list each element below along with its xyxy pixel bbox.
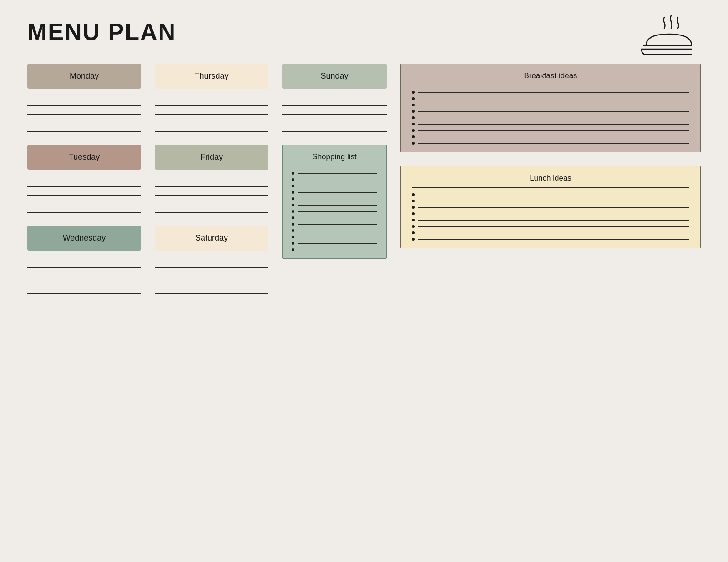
line: [27, 123, 141, 123]
bullet-dot: [292, 216, 294, 219]
wednesday-lines: [27, 259, 141, 294]
thursday-lines: [155, 97, 268, 132]
list-item: [412, 97, 689, 100]
item-line: [298, 250, 377, 250]
line: [155, 131, 268, 132]
day-column-left: Monday Tuesday Wednesday: [27, 64, 141, 306]
item-line: [298, 224, 377, 225]
bullet-dot: [292, 223, 294, 226]
line: [27, 105, 141, 106]
middle-section: Sunday Shopping list: [282, 64, 387, 259]
bullet-dot: [292, 242, 294, 245]
list-item: [412, 219, 689, 221]
bullet-dot: [412, 142, 415, 145]
item-line: [418, 99, 689, 99]
sunday-header: Sunday: [282, 64, 387, 89]
item-line: [418, 239, 689, 240]
item-line: [418, 195, 689, 195]
line: [27, 204, 141, 204]
bullet-dot: [292, 191, 294, 194]
list-item: [412, 200, 689, 202]
bullet-dot: [412, 193, 415, 196]
line: [27, 195, 141, 196]
bullet-dot: [412, 116, 415, 119]
line: [27, 114, 141, 115]
bullet-dot: [412, 212, 415, 215]
item-line: [418, 111, 689, 112]
line: [27, 293, 141, 294]
bullet-dot: [412, 91, 415, 94]
line: [155, 259, 268, 259]
bullet-dot: [292, 229, 294, 232]
bullet-dot: [292, 197, 294, 200]
list-item: [412, 110, 689, 113]
shopping-list-title: Shopping list: [292, 152, 377, 161]
line: [27, 259, 141, 259]
bullet-dot: [292, 178, 294, 181]
lunch-ideas-title: Lunch ideas: [412, 174, 689, 183]
sunday-lines: [282, 97, 387, 132]
line: [27, 276, 141, 276]
item-line: [418, 137, 689, 137]
tuesday-header: Tuesday: [27, 145, 141, 170]
bullet-dot: [292, 248, 294, 251]
bullet-dot: [292, 172, 294, 175]
breakfast-ideas-divider: [412, 85, 689, 85]
bullet-dot: [292, 185, 294, 187]
line: [155, 195, 268, 196]
item-line: [298, 237, 377, 237]
bullet-dot: [412, 123, 415, 125]
list-item: [412, 104, 689, 106]
shopping-list-divider: [292, 166, 377, 166]
item-line: [418, 233, 689, 233]
list-item: [412, 142, 689, 145]
line: [155, 204, 268, 204]
list-item: [292, 191, 377, 194]
bullet-dot: [412, 104, 415, 106]
line: [27, 186, 141, 187]
line: [27, 97, 141, 97]
lunch-ideas-list: [412, 193, 689, 241]
line: [282, 97, 387, 97]
item-line: [418, 143, 689, 144]
item-line: [298, 205, 377, 206]
list-item: [292, 172, 377, 175]
list-item: [292, 210, 377, 213]
line: [155, 212, 268, 213]
line: [155, 276, 268, 276]
line: [155, 97, 268, 97]
line: [155, 105, 268, 106]
line: [155, 178, 268, 178]
saturday-header: Saturday: [155, 226, 268, 251]
friday-lines: [155, 178, 268, 213]
item-line: [418, 214, 689, 214]
line: [282, 114, 387, 115]
bullet-dot: [412, 225, 415, 228]
bullet-dot: [412, 97, 415, 100]
line: [27, 285, 141, 285]
list-item: [292, 236, 377, 238]
day-column-right: Thursday Friday Saturday: [155, 64, 268, 306]
tuesday-lines: [27, 178, 141, 213]
item-line: [298, 218, 377, 218]
list-item: [292, 216, 377, 219]
breakfast-ideas-title: Breakfast ideas: [412, 71, 689, 80]
list-item: [412, 231, 689, 234]
list-item: [412, 129, 689, 132]
item-line: [418, 201, 689, 201]
line: [155, 114, 268, 115]
item-line: [418, 118, 689, 118]
list-item: [412, 238, 689, 241]
lunch-ideas-box: Lunch ideas: [400, 166, 701, 248]
breakfast-ideas-list: [412, 91, 689, 145]
list-item: [292, 248, 377, 251]
line: [282, 105, 387, 106]
page-title: MENU PLAN: [27, 18, 701, 45]
list-item: [292, 178, 377, 181]
shopping-list-box: Shopping list: [282, 145, 387, 259]
line: [282, 123, 387, 123]
bullet-dot: [292, 210, 294, 213]
item-line: [298, 192, 377, 193]
list-item: [292, 223, 377, 226]
item-line: [298, 173, 377, 174]
